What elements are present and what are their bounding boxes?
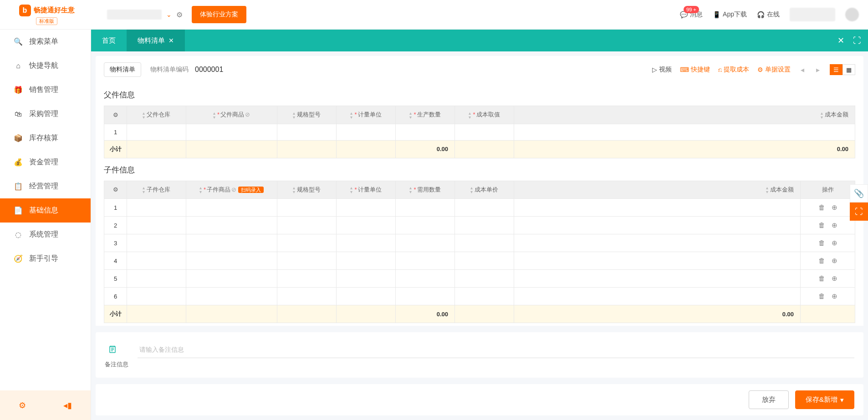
message-badge: 99 + bbox=[684, 6, 699, 13]
add-icon[interactable]: ⊕ bbox=[832, 274, 837, 283]
parent-cost-method-header[interactable]: ▴▾*成本取值 bbox=[455, 106, 514, 124]
settings-icon[interactable]: ⚙ bbox=[19, 400, 26, 410]
add-icon[interactable]: ⊕ bbox=[832, 203, 837, 212]
expand-icon[interactable]: ⛶ bbox=[850, 202, 868, 221]
sidebar: 🔍搜索菜单⌂快捷导航🎁销售管理🛍采购管理📦库存核算💰资金管理📋经营管理📄基础信息… bbox=[0, 30, 91, 420]
content-header: 物料清单 物料清单编码 0000001 ▷视频 ⌨快捷键 ⎌提取成本 ⚙单据设置… bbox=[96, 56, 863, 83]
delete-icon[interactable]: 🗑 bbox=[818, 274, 825, 283]
masked-avatar[interactable] bbox=[845, 8, 859, 21]
home-icon: ⌂ bbox=[14, 61, 23, 71]
experience-button[interactable]: 体验行业方案 bbox=[192, 6, 246, 23]
sidebar-item-system[interactable]: ◌系统管理 bbox=[0, 223, 91, 247]
parent-product-header[interactable]: ▴▾*父件商品⊘ bbox=[186, 106, 277, 124]
parent-spec-header[interactable]: ▴▾规格型号 bbox=[277, 106, 337, 124]
form-icon: 📄 bbox=[14, 206, 23, 215]
prev-arrow-icon[interactable]: ◂ bbox=[799, 66, 806, 74]
app-download-action[interactable]: 📱 App下载 bbox=[713, 10, 747, 19]
collapse-icon[interactable]: ◂▮ bbox=[63, 400, 72, 410]
help-icon[interactable]: ⊘ bbox=[245, 111, 250, 118]
delete-icon[interactable]: 🗑 bbox=[818, 221, 825, 229]
company-settings-icon[interactable]: ⚙ bbox=[176, 10, 183, 19]
add-icon[interactable]: ⊕ bbox=[832, 221, 837, 229]
delete-icon[interactable]: 🗑 bbox=[818, 239, 825, 247]
child-cost-amount-header[interactable]: ▴▾成本金额 bbox=[514, 181, 801, 199]
sidebar-item-purchase[interactable]: 🛍采购管理 bbox=[0, 102, 91, 126]
sidebar-item-label: 经营管理 bbox=[29, 182, 58, 191]
save-new-button[interactable]: 保存&新增 ▾ bbox=[795, 390, 854, 409]
search-icon: 🔍 bbox=[14, 37, 23, 46]
parent-row[interactable]: 1 bbox=[104, 124, 855, 140]
online-support-action[interactable]: 🎧 在线 bbox=[757, 10, 780, 19]
extract-cost-action[interactable]: ⎌提取成本 bbox=[718, 66, 749, 74]
child-row[interactable]: 2🗑⊕ bbox=[104, 217, 855, 234]
content-body: 父件信息 ⚙ ▴▾父件仓库 ▴▾*父件商品⊘ ▴▾规格型号 ▴▾*计量单位 ▴▾… bbox=[96, 83, 863, 326]
sidebar-item-label: 库存核算 bbox=[29, 133, 58, 143]
sidebar-item-guide[interactable]: 🧭新手引导 bbox=[0, 247, 91, 271]
row-index: 6 bbox=[104, 288, 127, 305]
close-all-tabs-icon[interactable]: ✕ bbox=[834, 34, 847, 47]
shortcut-action[interactable]: ⌨快捷键 bbox=[680, 66, 710, 74]
sidebar-item-search-menu[interactable]: 🔍搜索菜单 bbox=[0, 30, 91, 54]
company-selector[interactable]: ⌄ ⚙ bbox=[107, 10, 183, 20]
gear-col-header[interactable]: ⚙ bbox=[104, 181, 127, 199]
doc-settings-action[interactable]: ⚙单据设置 bbox=[757, 66, 791, 74]
child-qty-header[interactable]: ▴▾*需用数量 bbox=[396, 181, 455, 199]
tab-bar: 首页 物料清单 ✕ ✕ ⛶ bbox=[91, 30, 868, 51]
child-row[interactable]: 1🗑⊕ bbox=[104, 199, 855, 217]
delete-icon[interactable]: 🗑 bbox=[818, 257, 825, 265]
sidebar-footer: ⚙ ◂▮ bbox=[0, 390, 91, 420]
view-toggle: ☰ ▦ bbox=[830, 64, 855, 75]
child-section-title: 子件信息 bbox=[104, 158, 855, 181]
sidebar-item-quick-nav[interactable]: ⌂快捷导航 bbox=[0, 54, 91, 78]
add-icon[interactable]: ⊕ bbox=[832, 292, 837, 300]
delete-icon[interactable]: 🗑 bbox=[818, 203, 825, 212]
child-row[interactable]: 4🗑⊕ bbox=[104, 252, 855, 270]
sidebar-item-label: 系统管理 bbox=[29, 230, 58, 239]
child-spec-header[interactable]: ▴▾规格型号 bbox=[277, 181, 337, 199]
child-row[interactable]: 5🗑⊕ bbox=[104, 270, 855, 288]
remarks-input[interactable] bbox=[138, 341, 854, 358]
tab-close-icon[interactable]: ✕ bbox=[168, 37, 174, 44]
fullscreen-icon[interactable]: ⛶ bbox=[851, 34, 863, 47]
logo-text: 畅捷通好生意 bbox=[34, 6, 75, 15]
child-row[interactable]: 3🗑⊕ bbox=[104, 234, 855, 252]
child-warehouse-header[interactable]: ▴▾子件仓库 bbox=[127, 181, 186, 199]
view-list-icon[interactable]: ☰ bbox=[830, 64, 842, 75]
tab-bom[interactable]: 物料清单 ✕ bbox=[127, 30, 185, 51]
messages-action[interactable]: 99 + 💬 消息 bbox=[680, 10, 703, 19]
next-arrow-icon[interactable]: ▸ bbox=[814, 66, 822, 74]
sidebar-item-sales[interactable]: 🎁销售管理 bbox=[0, 78, 91, 102]
child-product-header[interactable]: ▴▾*子件商品⊘扫码录入 bbox=[186, 181, 277, 199]
chevron-down-icon: ▾ bbox=[840, 396, 844, 404]
code-label: 物料清单编码 bbox=[150, 66, 189, 74]
child-subtotal-amount: 0.00 bbox=[514, 305, 801, 323]
gear-icon: ⚙ bbox=[757, 66, 763, 73]
child-row[interactable]: 6🗑⊕ bbox=[104, 288, 855, 305]
parent-unit-header[interactable]: ▴▾*计量单位 bbox=[337, 106, 396, 124]
tab-home[interactable]: 首页 bbox=[91, 30, 127, 51]
code-value: 0000001 bbox=[195, 66, 223, 74]
sidebar-item-inventory[interactable]: 📦库存核算 bbox=[0, 126, 91, 150]
parent-cost-amount-header[interactable]: ▴▾成本金额 bbox=[514, 106, 855, 124]
add-icon[interactable]: ⊕ bbox=[832, 257, 837, 265]
delete-icon[interactable]: 🗑 bbox=[818, 292, 825, 300]
sidebar-item-business[interactable]: 📋经营管理 bbox=[0, 174, 91, 198]
parent-warehouse-header[interactable]: ▴▾父件仓库 bbox=[127, 106, 186, 124]
add-icon[interactable]: ⊕ bbox=[832, 239, 837, 247]
attachment-icon[interactable]: 📎 bbox=[850, 184, 868, 202]
edition-badge: 标准版 bbox=[36, 17, 57, 25]
sidebar-item-finance[interactable]: 💰资金管理 bbox=[0, 150, 91, 174]
main-area: 首页 物料清单 ✕ ✕ ⛶ 物料清单 物料清单编码 0000001 ▷视频 ⌨快… bbox=[91, 30, 868, 420]
gear-col-header[interactable]: ⚙ bbox=[104, 106, 127, 124]
content-tab-bom[interactable]: 物料清单 bbox=[104, 62, 141, 77]
parent-subtotal-row: 小计 0.00 0.00 bbox=[104, 140, 855, 158]
scan-badge[interactable]: 扫码录入 bbox=[238, 187, 264, 193]
child-unit-header[interactable]: ▴▾*计量单位 bbox=[337, 181, 396, 199]
discard-button[interactable]: 放弃 bbox=[749, 390, 789, 409]
video-action[interactable]: ▷视频 bbox=[652, 66, 672, 74]
parent-qty-header[interactable]: ▴▾*生产数量 bbox=[396, 106, 455, 124]
child-unit-cost-header[interactable]: ▴▾成本单价 bbox=[455, 181, 514, 199]
sidebar-item-base-info[interactable]: 📄基础信息 bbox=[0, 198, 91, 223]
view-grid-icon[interactable]: ▦ bbox=[842, 64, 855, 75]
help-icon[interactable]: ⊘ bbox=[231, 186, 236, 193]
